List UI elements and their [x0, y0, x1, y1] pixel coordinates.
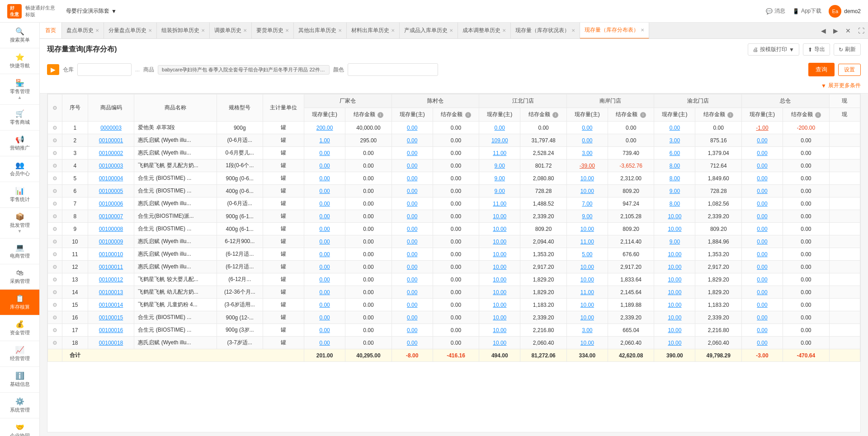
filter-expand-btn[interactable]: ▶: [47, 64, 59, 75]
row-yuibei-qty[interactable]: 9.00: [654, 235, 695, 248]
row-nanan-qty[interactable]: -39.00: [566, 159, 608, 172]
close-tab-cost-adjust[interactable]: ✕: [502, 28, 506, 33]
row-settings[interactable]: ⚙: [48, 147, 62, 159]
row-total-qty[interactable]: 0.00: [741, 197, 783, 210]
row-factory-qty[interactable]: 0.00: [304, 311, 345, 324]
row-code[interactable]: 00100018: [88, 337, 134, 349]
row-chenjiang-qty[interactable]: 0.00: [392, 210, 433, 223]
row-code[interactable]: 00100008: [88, 223, 134, 235]
row-chenjiang-qty[interactable]: 0.00: [392, 122, 433, 134]
close-tab-stock-status[interactable]: ✕: [571, 28, 575, 33]
row-chenjiang-qty[interactable]: 0.00: [392, 299, 433, 311]
row-chenjiang-qty[interactable]: 0.00: [392, 248, 433, 261]
row-nanan-qty[interactable]: 9.00: [566, 210, 608, 223]
sidebar-item-inventory[interactable]: 📋 库存核算: [0, 290, 39, 315]
app-download-btn[interactable]: 📱 App下载: [793, 7, 821, 15]
row-factory-qty[interactable]: 0.00: [304, 159, 345, 172]
row-yuibei-qty[interactable]: 6.00: [654, 147, 695, 159]
row-code[interactable]: 00100013: [88, 286, 134, 299]
row-code[interactable]: 00100001: [88, 134, 134, 147]
warehouse-input[interactable]: [77, 63, 132, 76]
row-yuibei-qty[interactable]: 0.00: [654, 122, 695, 134]
row-factory-qty[interactable]: 0.00: [304, 223, 345, 235]
total-amt-info-icon[interactable]: i: [815, 112, 821, 118]
close-tab-material-out[interactable]: ✕: [391, 28, 395, 33]
sidebar-item-ecommerce[interactable]: 💻 电商管理: [0, 239, 39, 264]
row-total-qty[interactable]: 0.00: [741, 210, 783, 223]
factory-amt-info-icon[interactable]: i: [377, 112, 383, 118]
row-yuibei-qty[interactable]: 10.00: [654, 273, 695, 286]
row-total-qty[interactable]: 0.00: [741, 261, 783, 273]
row-chenjiang-qty[interactable]: 0.00: [392, 134, 433, 147]
row-jiangbei-qty[interactable]: 10.00: [479, 286, 520, 299]
tab-home[interactable]: 首页: [40, 23, 62, 39]
row-factory-qty[interactable]: 0.00: [304, 147, 345, 159]
query-btn[interactable]: 查询: [808, 63, 835, 76]
row-yuibei-qty[interactable]: 10.00: [654, 286, 695, 299]
table-container[interactable]: ⚙ 序号 商品编码 商品名称 规格型号 主计量单位 厂家仓 陈村仓 江北门店 南…: [47, 94, 861, 432]
row-nanan-qty[interactable]: 11.00: [566, 286, 608, 299]
nanan-amt-info-icon[interactable]: i: [640, 112, 646, 118]
row-chenjiang-qty[interactable]: 0.00: [392, 286, 433, 299]
sidebar-item-mall[interactable]: 🛒 零售商城: [0, 105, 39, 131]
row-code[interactable]: 00100014: [88, 299, 134, 311]
row-code[interactable]: 00100009: [88, 235, 134, 248]
row-chenjiang-qty[interactable]: 0.00: [392, 172, 433, 185]
row-nanan-qty[interactable]: 0.00: [566, 122, 608, 134]
row-factory-qty[interactable]: 0.00: [304, 172, 345, 185]
sidebar-item-finance[interactable]: 💰 资金管理: [0, 315, 39, 341]
row-nanan-qty[interactable]: 10.00: [566, 172, 608, 185]
row-total-qty[interactable]: 0.00: [741, 147, 783, 159]
refresh-btn[interactable]: ↻ 刷新: [834, 43, 861, 56]
row-jiangbei-qty[interactable]: 10.00: [479, 273, 520, 286]
row-code[interactable]: 00100005: [88, 185, 134, 197]
row-jiangbei-qty[interactable]: 109.00: [479, 134, 520, 147]
sidebar-item-wholesale[interactable]: 📦 批发管理 ▼: [0, 208, 39, 239]
print-btn[interactable]: 🖨 按模版打印 ▼: [748, 43, 799, 56]
row-total-qty[interactable]: 0.00: [741, 273, 783, 286]
row-nanan-qty[interactable]: 10.00: [566, 185, 608, 197]
row-total-qty[interactable]: 0.00: [741, 299, 783, 311]
row-code[interactable]: 00100010: [88, 248, 134, 261]
settings-btn[interactable]: 设置: [838, 64, 861, 76]
chenjiang-amt-info-icon[interactable]: i: [465, 112, 471, 118]
row-code[interactable]: 00100003: [88, 159, 134, 172]
row-code[interactable]: 00100007: [88, 210, 134, 223]
row-settings[interactable]: ⚙: [48, 134, 62, 147]
tab-prev-btn[interactable]: ◀: [817, 23, 830, 39]
row-jiangbei-qty[interactable]: 10.00: [479, 210, 520, 223]
row-jiangbei-qty[interactable]: 10.00: [479, 337, 520, 349]
row-factory-qty[interactable]: 1.00: [304, 134, 345, 147]
sidebar-item-system[interactable]: ⚙️ 系统管理: [0, 393, 39, 418]
row-chenjiang-qty[interactable]: 0.00: [392, 337, 433, 349]
color-input[interactable]: [348, 63, 438, 76]
column-settings-icon[interactable]: ⚙: [52, 105, 57, 111]
row-settings[interactable]: ⚙: [48, 159, 62, 172]
row-settings[interactable]: ⚙: [48, 337, 62, 349]
row-settings[interactable]: ⚙: [48, 286, 62, 299]
row-jiangbei-qty[interactable]: 9.00: [479, 172, 520, 185]
row-yuibei-qty[interactable]: 10.00: [654, 223, 695, 235]
row-jiangbei-qty[interactable]: 10.00: [479, 223, 520, 235]
row-yuibei-qty[interactable]: 8.00: [654, 159, 695, 172]
row-total-qty[interactable]: 0.00: [741, 337, 783, 349]
row-code[interactable]: 00100011: [88, 261, 134, 273]
row-total-qty[interactable]: 0.00: [741, 134, 783, 147]
warehouse-dots[interactable]: ...: [135, 66, 140, 73]
close-tab-partial-count[interactable]: ✕: [148, 28, 152, 33]
close-tab-production-in[interactable]: ✕: [449, 28, 453, 33]
row-code[interactable]: 00100012: [88, 273, 134, 286]
sidebar-item-member[interactable]: 👥 会员中心: [0, 156, 39, 182]
tab-transfer[interactable]: 调拨单历史 ✕: [210, 23, 252, 39]
row-nanan-qty[interactable]: 10.00: [566, 223, 608, 235]
tenant-selector[interactable]: 母婴行业演示陈套 ▼: [66, 7, 117, 15]
row-yuibei-qty[interactable]: 9.00: [654, 185, 695, 197]
tab-stock-status[interactable]: 现存量（库存状况表） ✕: [511, 23, 580, 39]
row-code[interactable]: 00100015: [88, 311, 134, 324]
tab-material-out[interactable]: 材料出库单历史 ✕: [347, 23, 400, 39]
row-jiangbei-qty[interactable]: 10.00: [479, 311, 520, 324]
row-code[interactable]: 00100016: [88, 324, 134, 337]
row-total-qty[interactable]: 0.00: [741, 185, 783, 197]
row-jiangbei-qty[interactable]: 9.00: [479, 159, 520, 172]
row-jiangbei-qty[interactable]: 10.00: [479, 324, 520, 337]
